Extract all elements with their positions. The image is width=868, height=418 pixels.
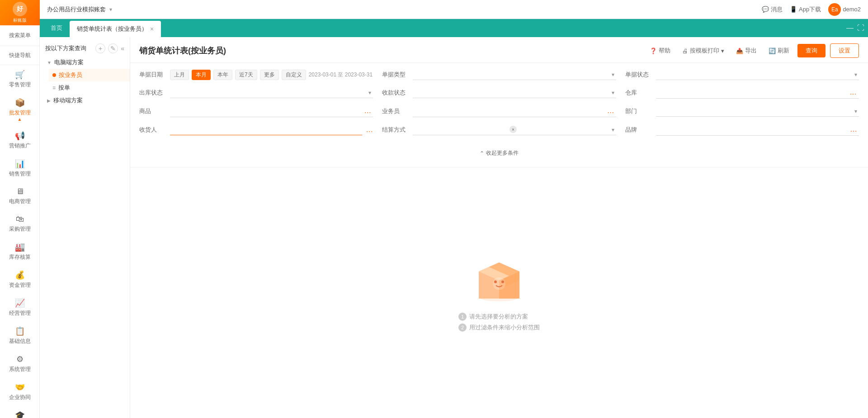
settlement-select[interactable]: ×	[413, 124, 616, 135]
sidebar-logo[interactable]: 好 标账版	[0, 0, 40, 25]
settings-btn[interactable]: 设置	[830, 43, 859, 58]
query-btn[interactable]: 查询	[797, 44, 826, 57]
sidebar-item-wholesale[interactable]: 📦 批发管理 ▲	[0, 93, 39, 126]
doctype-chevron	[612, 71, 614, 78]
topbar-left: 办公用品行业模拟账套 ▾	[47, 5, 112, 14]
sidebar-search[interactable]: 搜索菜单	[0, 25, 39, 46]
sidebar-item-sales[interactable]: 📊 销售管理	[0, 154, 39, 182]
tree-item-mobile-label: 移动端方案	[53, 96, 83, 104]
help-btn[interactable]: ❓ 帮助	[646, 45, 674, 57]
stockstatus-chevron	[368, 89, 371, 96]
filter-item-docstatus: 单据状态	[625, 69, 859, 80]
date-recent7-btn[interactable]: 近7天	[235, 70, 257, 80]
tree-item-desktop-label: 电脑端方案	[54, 58, 84, 66]
hint-num-1: 1	[458, 313, 467, 321]
svg-point-7	[493, 277, 505, 290]
salesperson-label: 业务员	[382, 107, 409, 115]
print-btn[interactable]: 🖨 按模板打印 ▾	[679, 45, 728, 57]
search-menu-label[interactable]: 搜索菜单	[0, 29, 39, 42]
refresh-label: 刷新	[778, 47, 789, 55]
active-tab-label: 销货单统计表（按业务员）	[77, 25, 147, 33]
export-label: 导出	[745, 47, 757, 55]
empty-hint-1: 1 请先选择要分析的方案	[458, 313, 540, 321]
filter-item-doctype: 单据类型	[382, 69, 616, 80]
brand-dots: …	[850, 125, 857, 133]
date-custom-btn[interactable]: 自定义	[282, 70, 306, 80]
purchase-icon: 🛍	[16, 214, 24, 224]
date-more-btn[interactable]: 更多	[260, 70, 279, 80]
sidebar-item-marketing[interactable]: 📢 营销推广	[0, 126, 39, 154]
topbar-right: 💬 消息 📱 App下载 Ea demo2	[762, 3, 861, 16]
stockstatus-label: 出库状态	[139, 89, 166, 97]
sidebar-item-purchase[interactable]: 🛍 采购管理	[0, 210, 39, 238]
doctype-select[interactable]	[413, 69, 616, 80]
receiver-input[interactable]	[170, 124, 362, 135]
user-menu[interactable]: Ea demo2	[828, 3, 861, 16]
tree-dot-salesperson	[52, 73, 56, 77]
stockstatus-select[interactable]	[170, 87, 373, 98]
tree-arrow-desktop: ▼	[47, 60, 52, 65]
operations-icon: 📈	[15, 298, 25, 308]
settlement-label: 结算方式	[382, 126, 409, 134]
date-this-year-btn[interactable]: 本年	[213, 70, 232, 80]
settlement-chevron	[612, 126, 614, 133]
salesperson-dots: …	[607, 107, 614, 115]
retail-icon: 🛒	[15, 70, 25, 80]
tab-close-btn[interactable]: ×	[150, 25, 154, 33]
brand-select[interactable]: …	[656, 124, 859, 136]
tree-item-desktop[interactable]: ▼ 电脑端方案	[40, 56, 130, 69]
sidebar-item-system[interactable]: ⚙ 系统管理	[0, 350, 39, 378]
date-last-month-btn[interactable]: 上月	[170, 70, 189, 80]
warehouse-dots: …	[849, 88, 857, 96]
message-label: 消息	[771, 5, 783, 14]
svg-point-9	[501, 280, 504, 283]
salesperson-select[interactable]: …	[413, 105, 616, 117]
filter-item-warehouse: 仓库 …	[625, 86, 859, 99]
quick-nav-label[interactable]: 快捷导航	[0, 49, 39, 62]
product-select[interactable]: …	[170, 105, 373, 117]
panel-edit-btn[interactable]: ✎	[108, 43, 118, 53]
app-download-btn[interactable]: 📱 App下载	[790, 5, 821, 14]
date-range-text: 2023-03-01 至 2023-03-31	[309, 71, 373, 79]
department-select[interactable]	[656, 106, 859, 117]
tree-arrow-mobile: ▶	[47, 98, 51, 103]
tree-sub-salesperson-label: 按业务员	[59, 71, 82, 79]
tab-maximize-btn[interactable]: ⛶	[857, 24, 864, 32]
tree-item-mobile[interactable]: ▶ 移动端方案	[40, 94, 130, 107]
sidebar-quick-nav[interactable]: 快捷导航	[0, 46, 39, 65]
tree-sub-item-salesperson[interactable]: 按业务员	[49, 69, 130, 81]
date-this-month-btn[interactable]: 本月	[192, 70, 211, 80]
message-icon: 💬	[762, 6, 769, 13]
tree-sub-order-icon: ≡	[52, 85, 56, 91]
tab-active-salesreport[interactable]: 销货单统计表（按业务员） ×	[70, 21, 161, 37]
sidebar-item-retail[interactable]: 🛒 零售管理	[0, 65, 39, 93]
sidebar-item-basic[interactable]: 📋 基础信息	[0, 322, 39, 350]
inventory-label: 库存核算	[9, 253, 31, 261]
logo-icon: 好	[13, 2, 27, 16]
sidebar-item-ecommerce[interactable]: 🖥 电商管理	[0, 182, 39, 210]
sidebar-item-operations[interactable]: 📈 经营管理	[0, 294, 39, 322]
marketing-label: 营销推广	[9, 142, 31, 150]
settlement-clear-btn[interactable]: ×	[509, 126, 517, 133]
sidebar-item-newbie[interactable]: 🎓 新手引导	[0, 406, 39, 418]
tree-sub-item-order[interactable]: ≡ 按单	[49, 81, 130, 94]
topbar-dropdown-icon[interactable]: ▾	[109, 6, 112, 13]
tab-home[interactable]: 首页	[43, 19, 70, 37]
refresh-btn[interactable]: 🔄 刷新	[765, 45, 793, 57]
export-btn[interactable]: 📤 导出	[732, 45, 760, 57]
panel-collapse-btn[interactable]: «	[121, 45, 124, 52]
panel-add-btn[interactable]: +	[95, 43, 105, 53]
tab-minimize-btn[interactable]: —	[846, 24, 854, 32]
warehouse-select[interactable]: …	[656, 86, 859, 99]
hint-text-1: 请先选择要分析的方案	[469, 313, 528, 321]
docstatus-select[interactable]	[656, 69, 859, 80]
collapse-label: 收起更多条件	[486, 149, 519, 157]
sidebar-item-enterprise[interactable]: 🤝 企业协同	[0, 378, 39, 406]
paymentstatus-select[interactable]	[413, 87, 616, 98]
wholesale-icon: 📦	[15, 98, 25, 108]
sidebar-item-inventory[interactable]: 🏭 库存核算	[0, 238, 39, 266]
sidebar-item-finance[interactable]: 💰 资金管理	[0, 266, 39, 294]
message-btn[interactable]: 💬 消息	[762, 5, 783, 14]
collapse-filter-btn[interactable]: ⌃ 收起更多条件	[476, 146, 522, 161]
filter-item-date: 单据日期 上月 本月 本年 近7天 更多 自定义 2023-03-01 至 20…	[139, 70, 373, 80]
